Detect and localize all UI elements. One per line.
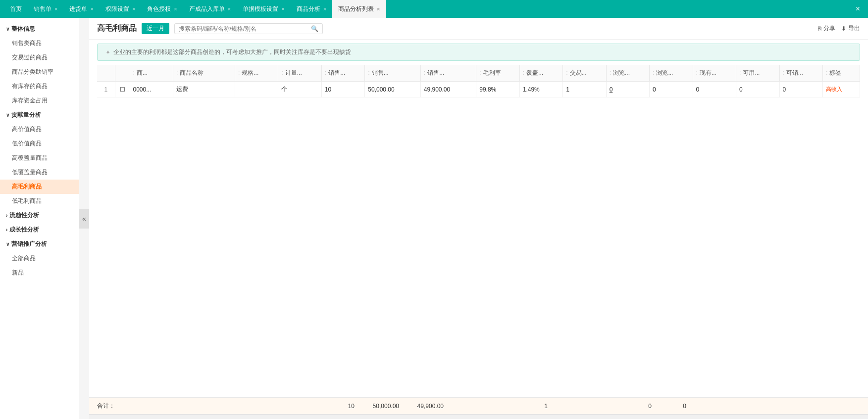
nav-item-home[interactable]: 首页 [4, 0, 28, 18]
nav-item-permission[interactable]: 权限设置 × [100, 0, 141, 18]
sidebar-group-growth[interactable]: › 成长性分析 [0, 223, 79, 237]
sidebar-group-contribution[interactable]: ∨ 贡献量分析 [0, 108, 79, 122]
nav-item-role[interactable]: 角色授权 × [141, 0, 183, 18]
sidebar-item-all-goods[interactable]: 全部商品 [0, 251, 79, 266]
footer-sales-qty: 10 [323, 403, 357, 410]
header-actions: ⎘ 分享 ⬇ 导出 [818, 24, 860, 33]
cell-browse1[interactable]: 0 [606, 82, 649, 97]
table-row: 1☐0000...运费个1050,000.0049,900.0099.8%1.4… [97, 82, 860, 97]
time-filter-button[interactable]: 近一月 [142, 23, 169, 34]
col-browse2[interactable]: 浏览... [650, 65, 693, 82]
footer-stock: 0 [620, 403, 655, 410]
nav-close-analysis[interactable]: × [323, 6, 326, 12]
col-sales-amt[interactable]: 销售... [365, 65, 420, 82]
footer-sales-amt: 50,000.00 [357, 403, 402, 410]
nav-item-purchase[interactable]: 进货单 × [63, 0, 99, 18]
cell-spec [235, 82, 278, 97]
tip-icon: ✦ [105, 49, 110, 56]
sidebar: ∨ 整体信息 销售类商品 交易过的商品 商品分类助销率 有库存的商品 库存资金占… [0, 18, 79, 419]
col-unit[interactable]: 计量... [278, 65, 321, 82]
arrow-icon-2: ∨ [6, 112, 9, 118]
nav-close-role[interactable]: × [174, 6, 177, 12]
nav-close-sales[interactable]: × [54, 6, 57, 12]
sidebar-item-low-margin[interactable]: 低毛利商品 [0, 194, 79, 208]
nav-item-analysis[interactable]: 商品分析 × [291, 0, 332, 18]
nav-item-product-in[interactable]: 产成品入库单 × [183, 0, 237, 18]
col-stock[interactable]: 现有... [693, 65, 736, 82]
nav-item-sales[interactable]: 销售单 × [28, 0, 63, 18]
col-code[interactable]: 商... [130, 65, 173, 82]
col-sales-qty[interactable]: 销售... [321, 65, 364, 82]
nav-close-product-in[interactable]: × [228, 6, 231, 12]
sidebar-group-trend[interactable]: › 流趋性分析 [0, 208, 79, 223]
sidebar-collapse-button[interactable]: « [79, 209, 89, 229]
cell-margin-rate: 99.8% [476, 82, 519, 97]
sidebar-item-traded-goods[interactable]: 交易过的商品 [0, 50, 79, 65]
sidebar-item-in-stock[interactable]: 有库存的商品 [0, 79, 79, 93]
cell-browse2: 0 [650, 82, 693, 97]
cell-sales-amt: 50,000.00 [365, 82, 420, 97]
arrow-icon-3: › [6, 213, 7, 218]
sidebar-item-high-value[interactable]: 高价值商品 [0, 122, 79, 137]
col-browse1[interactable]: 浏览... [606, 65, 649, 82]
cell-tag: 高收入 [822, 82, 860, 97]
nav-item-template[interactable]: 单据模板设置 × [237, 0, 290, 18]
horizontal-scrollbar[interactable] [89, 414, 868, 419]
nav-close-analysis-list[interactable]: × [377, 6, 380, 12]
footer-bar: 合计： 10 50,000.00 49,900.00 1 0 0 [89, 397, 868, 414]
cell-saleable: 0 [779, 82, 822, 97]
cell-available: 0 [736, 82, 779, 97]
nav-close-permission[interactable]: × [132, 6, 135, 12]
footer-trade: 1 [516, 403, 551, 410]
sidebar-item-low-value[interactable]: 低价值商品 [0, 137, 79, 151]
footer-sales-cost: 49,900.00 [402, 403, 447, 410]
export-icon: ⬇ [841, 25, 846, 32]
arrow-icon-5: ∨ [6, 241, 9, 247]
top-nav: 首页 销售单 × 进货单 × 权限设置 × 角色授权 × 产成品入库单 × 单据… [0, 0, 868, 18]
cell-trade: 1 [563, 82, 606, 97]
col-available[interactable]: 可用... [736, 65, 779, 82]
nav-close-template[interactable]: × [281, 6, 284, 12]
footer-totals: 10 50,000.00 49,900.00 1 0 0 [137, 403, 860, 410]
col-tag[interactable]: 标签 [822, 65, 860, 82]
col-num[interactable] [97, 65, 115, 82]
search-wrap: 🔍 [174, 23, 323, 34]
sidebar-item-low-coverage[interactable]: 低覆盖量商品 [0, 165, 79, 180]
sidebar-item-stock-capital[interactable]: 库存资金占用 [0, 93, 79, 108]
search-input[interactable] [179, 25, 311, 32]
sidebar-item-high-coverage[interactable]: 高覆盖量商品 [0, 151, 79, 165]
arrow-icon-4: › [6, 227, 7, 233]
window-close-button[interactable]: × [852, 4, 864, 13]
content-header: 高毛利商品 近一月 🔍 ⎘ 分享 ⬇ 导出 [89, 18, 868, 40]
cell-code: 0000... [130, 82, 173, 97]
table-header-row: 商... 商品名称 规格... 计量... 销售... 销售... 销售... … [97, 65, 860, 82]
col-margin[interactable]: 毛利率 [476, 65, 519, 82]
arrow-icon: ∨ [6, 26, 9, 32]
col-saleable[interactable]: 可销... [779, 65, 822, 82]
page-title: 高毛利商品 [97, 23, 137, 34]
nav-item-analysis-list[interactable]: 商品分析列表 × [332, 0, 386, 18]
col-coverage[interactable]: 覆盖... [519, 65, 562, 82]
col-sales-cost[interactable]: 销售... [420, 65, 476, 82]
share-button[interactable]: ⎘ 分享 [818, 24, 835, 33]
col-check[interactable] [115, 65, 130, 82]
cell-sales-qty: 10 [321, 82, 364, 97]
col-name[interactable]: 商品名称 [173, 65, 235, 82]
nav-close-purchase[interactable]: × [90, 6, 93, 12]
sidebar-item-sales-goods[interactable]: 销售类商品 [0, 36, 79, 50]
sidebar-item-category-rate[interactable]: 商品分类助销率 [0, 65, 79, 79]
sidebar-group-marketing[interactable]: ∨ 营销推广分析 [0, 237, 79, 251]
sidebar-item-high-margin[interactable]: 高毛利商品 [0, 180, 79, 194]
search-icon[interactable]: 🔍 [311, 25, 318, 32]
col-spec[interactable]: 规格... [235, 65, 278, 82]
tip-bar: ✦ 企业的主要的利润都是这部分商品创造的，可考虑加大推广，同时关注库存是不要出现… [97, 44, 860, 61]
share-icon: ⎘ [818, 25, 821, 32]
sidebar-group-overall[interactable]: ∨ 整体信息 [0, 22, 79, 36]
cell-checkbox[interactable]: ☐ [115, 82, 130, 97]
export-button[interactable]: ⬇ 导出 [841, 24, 860, 33]
col-trade[interactable]: 交易... [563, 65, 606, 82]
cell-sales-cost: 49,900.00 [420, 82, 476, 97]
sidebar-item-new-goods[interactable]: 新品 [0, 266, 79, 280]
cell-coverage: 1.49% [519, 82, 562, 97]
footer-label: 合计： [97, 402, 137, 410]
